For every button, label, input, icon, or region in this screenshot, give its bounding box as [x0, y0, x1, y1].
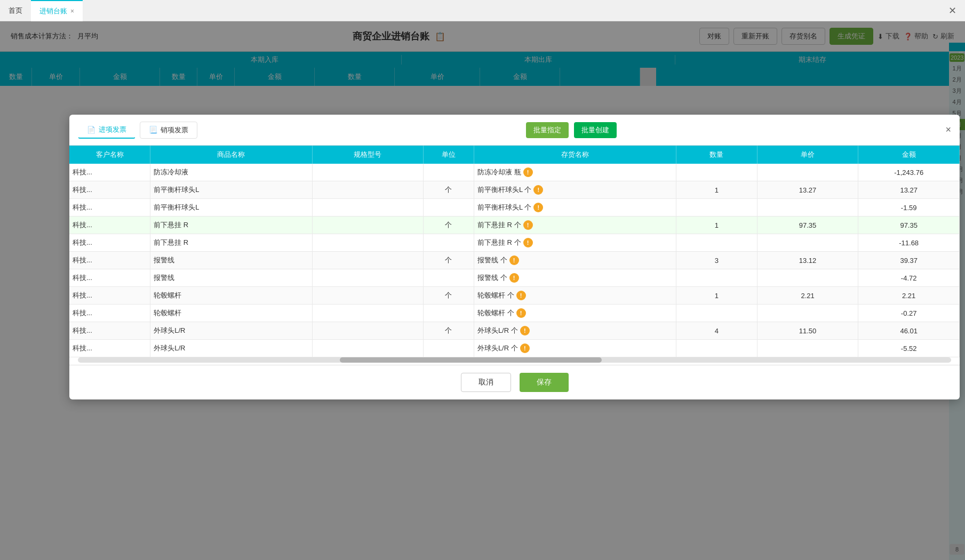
cell-product: 报警线 — [150, 269, 312, 287]
cell-product: 前平衡杆球头L — [150, 181, 312, 199]
cell-amount: 39.37 — [858, 252, 960, 269]
cell-unit: 个 — [424, 181, 474, 199]
cell-amount: -0.27 — [858, 305, 960, 322]
cell-qty — [676, 199, 757, 217]
th-qty: 数量 — [676, 146, 757, 164]
warn-icon: ! — [509, 273, 519, 283]
dialog-actions: 批量指定 批量创建 — [526, 122, 617, 138]
cell-inventory: 轮毂螺杆 个! — [474, 287, 676, 305]
invoice-out-icon: 📃 — [149, 126, 157, 134]
warn-icon: ! — [523, 167, 533, 177]
tab-invoice-in-label: 进项发票 — [99, 125, 126, 134]
cell-unit: 个 — [424, 322, 474, 340]
table-row[interactable]: 科技... 报警线 报警线 个! -4.72 — [69, 269, 960, 287]
scroll-thumb[interactable] — [340, 357, 602, 363]
th-customer: 客户名称 — [69, 146, 150, 164]
cell-spec — [312, 305, 424, 322]
cell-amount: 2.21 — [858, 287, 960, 305]
tab-invoice-out[interactable]: 📃 销项发票 — [140, 122, 197, 139]
batch-specify-button[interactable]: 批量指定 — [526, 122, 569, 138]
table-row[interactable]: 科技... 轮毂螺杆 轮毂螺杆 个! -0.27 — [69, 305, 960, 322]
cell-qty: 1 — [676, 287, 757, 305]
cell-inventory: 防冻冷却液 瓶! — [474, 164, 676, 181]
cell-inventory: 报警线 个! — [474, 252, 676, 269]
cell-amount: -11.68 — [858, 234, 960, 252]
cell-customer: 科技... — [69, 269, 150, 287]
cell-price: 13.27 — [757, 181, 858, 199]
cell-price — [757, 199, 858, 217]
table-header-row: 客户名称 商品名称 规格型号 单位 存货名称 数量 单价 金额 — [69, 146, 960, 164]
table-row[interactable]: 科技... 轮毂螺杆 个 轮毂螺杆 个! 1 2.21 2.21 — [69, 287, 960, 305]
cell-product: 前平衡杆球头L — [150, 199, 312, 217]
cell-customer: 科技... — [69, 234, 150, 252]
cell-price — [757, 164, 858, 181]
warn-icon: ! — [516, 308, 526, 318]
cell-price: 13.12 — [757, 252, 858, 269]
invoice-dialog: 📄 进项发票 📃 销项发票 批量指定 批量创建 × 客户名称 商品名称 规格 — [69, 115, 960, 399]
cell-inventory: 前下悬挂 R 个! — [474, 234, 676, 252]
th-inventory: 存货名称 — [474, 146, 676, 164]
cell-qty — [676, 340, 757, 357]
cell-unit — [424, 305, 474, 322]
app-close-button[interactable]: ✕ — [948, 5, 956, 17]
cell-spec — [312, 199, 424, 217]
cell-unit: 个 — [424, 217, 474, 234]
cell-spec — [312, 181, 424, 199]
cell-product: 防冻冷却液 — [150, 164, 312, 181]
table-row[interactable]: 科技... 前平衡杆球头L 个 前平衡杆球头L 个! 1 13.27 13.27 — [69, 181, 960, 199]
table-row[interactable]: 科技... 前下悬挂 R 个 前下悬挂 R 个! 1 97.35 97.35 — [69, 217, 960, 234]
dialog-header: 📄 进项发票 📃 销项发票 批量指定 批量创建 × — [69, 115, 960, 146]
table-row[interactable]: 科技... 前下悬挂 R 前下悬挂 R 个! -11.68 — [69, 234, 960, 252]
cell-price: 97.35 — [757, 217, 858, 234]
table-row[interactable]: 科技... 外球头L/R 外球头L/R 个! -5.52 — [69, 340, 960, 357]
cell-spec — [312, 217, 424, 234]
cell-inventory: 报警线 个! — [474, 269, 676, 287]
th-amount: 金额 — [858, 146, 960, 164]
cell-qty: 3 — [676, 252, 757, 269]
cell-spec — [312, 340, 424, 357]
cell-unit: 个 — [424, 252, 474, 269]
save-button[interactable]: 保存 — [520, 373, 569, 392]
dialog-footer: 取消 保存 — [69, 365, 960, 399]
main-area: 销售成本计算方法： 月平均 商贸企业进销台账 📋 对账 重新开账 存货别名 生成… — [0, 21, 965, 560]
cell-qty: 1 — [676, 181, 757, 199]
tab-ledger-label: 进销台账 — [39, 6, 67, 16]
cell-spec — [312, 269, 424, 287]
cell-spec — [312, 252, 424, 269]
cell-qty — [676, 269, 757, 287]
cell-inventory: 前下悬挂 R 个! — [474, 217, 676, 234]
th-spec: 规格型号 — [312, 146, 424, 164]
table-row[interactable]: 科技... 前平衡杆球头L 前平衡杆球头L 个! -1.59 — [69, 199, 960, 217]
th-product: 商品名称 — [150, 146, 312, 164]
table-row[interactable]: 科技... 外球头L/R 个 外球头L/R 个! 4 11.50 46.01 — [69, 322, 960, 340]
cell-customer: 科技... — [69, 164, 150, 181]
cancel-button[interactable]: 取消 — [461, 373, 511, 392]
cell-product: 轮毂螺杆 — [150, 305, 312, 322]
cell-inventory: 前平衡杆球头L 个! — [474, 199, 676, 217]
cell-amount: -1,243.76 — [858, 164, 960, 181]
cell-product: 报警线 — [150, 252, 312, 269]
cell-unit — [424, 234, 474, 252]
th-unit: 单位 — [424, 146, 474, 164]
tab-invoice-in[interactable]: 📄 进项发票 — [78, 121, 135, 139]
cell-product: 轮毂螺杆 — [150, 287, 312, 305]
cell-qty: 4 — [676, 322, 757, 340]
cell-price — [757, 234, 858, 252]
cell-unit — [424, 199, 474, 217]
batch-create-button[interactable]: 批量创建 — [574, 122, 617, 138]
cell-customer: 科技... — [69, 199, 150, 217]
table-row[interactable]: 科技... 报警线 个 报警线 个! 3 13.12 39.37 — [69, 252, 960, 269]
tab-ledger[interactable]: 进销台账 × — [31, 0, 83, 21]
tab-home-label: 首页 — [9, 6, 22, 15]
cell-price: 11.50 — [757, 322, 858, 340]
table-row[interactable]: 科技... 防冻冷却液 防冻冷却液 瓶! -1,243.76 — [69, 164, 960, 181]
warn-icon: ! — [520, 326, 530, 335]
tab-ledger-close[interactable]: × — [70, 7, 74, 15]
cell-amount: 97.35 — [858, 217, 960, 234]
invoice-table: 客户名称 商品名称 规格型号 单位 存货名称 数量 单价 金额 科技... 防冻… — [69, 146, 960, 357]
warn-icon: ! — [523, 238, 533, 247]
dialog-close-button[interactable]: × — [945, 124, 951, 135]
cell-price: 2.21 — [757, 287, 858, 305]
horizontal-scrollbar[interactable] — [78, 357, 951, 363]
tab-home[interactable]: 首页 — [0, 0, 31, 21]
